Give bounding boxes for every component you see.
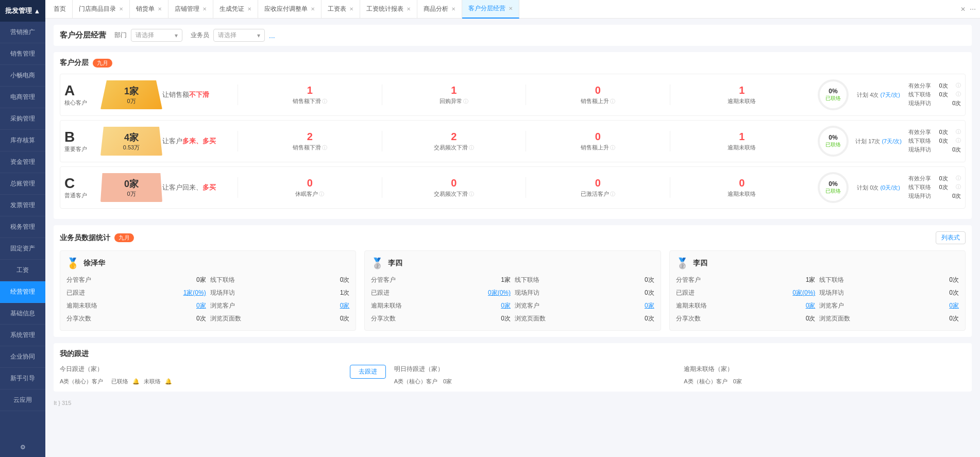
tier-plan-cycle-link-b[interactable]: (7天/次) xyxy=(882,138,902,144)
staff-stat-left-1-2: 逾期未联络 0家 xyxy=(371,300,511,311)
customer-section-header: 客户分层 九月 xyxy=(60,58,966,67)
staff-card-0: 🥇 徐泽华 分管客户 0家 线下联络 0次 已跟进 1家(0%) xyxy=(60,250,356,331)
tab-payroll[interactable]: 工资表✕ xyxy=(322,0,360,19)
tab-bar: 首页门店商品目录✕销货单✕店铺管理✕生成凭证✕应收应付调整单✕工资表✕工资统计报… xyxy=(45,0,980,19)
tier-plan-cycle-link-a[interactable]: (7天/次) xyxy=(880,92,900,98)
sidebar-item-xsyd[interactable]: 新手引导 xyxy=(0,368,45,390)
tab-label-goods-analysis: 商品分析 xyxy=(424,5,448,13)
sidebar-item-xtgl[interactable]: 系统管理 xyxy=(0,325,45,346)
sidebar-settings[interactable]: ⚙ xyxy=(0,437,45,457)
staff-stats-grid-1: 分管客户 1家 线下联络 0次 已跟进 0家(0%) 现场拜访 0次 xyxy=(371,275,654,324)
tier-slogan-c: 让客户回来、多买 xyxy=(162,183,229,192)
staff-medal-2: 🥈 xyxy=(676,257,689,269)
tab-store-mgmt[interactable]: 店铺管理✕ xyxy=(168,0,213,19)
tier-action-row-a-0: 有效分享 0次 ⓘ xyxy=(908,82,961,90)
action-info-icon[interactable]: ⓘ xyxy=(956,175,961,182)
info-icon[interactable]: ⓘ xyxy=(610,191,615,198)
tab-ar[interactable]: 应收应付调整单✕ xyxy=(258,0,322,19)
tier-grade-b: B xyxy=(64,130,100,144)
sidebar-item-gdzc[interactable]: 固定资产 xyxy=(0,238,45,260)
sidebar-item-dsgl[interactable]: 电商管理 xyxy=(0,87,45,108)
tier-plan-cycle-link-c[interactable]: (0天/次) xyxy=(880,184,900,191)
tab-customer-mgmt[interactable]: 客户分层经营✕ xyxy=(462,0,519,19)
tab-close-goods-analysis[interactable]: ✕ xyxy=(451,6,455,12)
sidebar-item-zhgl[interactable]: 总账管理 xyxy=(0,173,45,195)
tier-stat-label-b-3: 逾期未联络 xyxy=(674,144,810,151)
tab-close-payroll[interactable]: ✕ xyxy=(349,6,353,12)
tab-close-customer-mgmt[interactable]: ✕ xyxy=(509,6,513,11)
sidebar-item-swgl[interactable]: 税务管理 xyxy=(0,216,45,238)
tab-voucher[interactable]: 生成凭证✕ xyxy=(213,0,258,19)
info-icon[interactable]: ⓘ xyxy=(469,144,474,151)
tab-close-store-products[interactable]: ✕ xyxy=(119,6,123,12)
sidebar-collapse-icon[interactable]: ▲ xyxy=(34,7,41,15)
info-icon[interactable]: ⓘ xyxy=(319,191,324,198)
info-icon[interactable]: ⓘ xyxy=(610,98,615,105)
sidebar-item-gz[interactable]: 工资 xyxy=(0,260,45,281)
tier-gauge-pct-a: 0% xyxy=(829,88,837,95)
action-info-icon[interactable]: ⓘ xyxy=(956,91,961,98)
staff-select[interactable]: 请选择 ▾ xyxy=(213,29,265,42)
chevron-down-icon: ▾ xyxy=(175,32,178,39)
tomorrow-sub-label: A类（核心）客户 xyxy=(394,378,437,384)
sidebar-item-yxts[interactable]: 营销推广 xyxy=(0,22,45,43)
tab-goods-analysis[interactable]: 商品分析✕ xyxy=(417,0,462,19)
info-icon[interactable]: ⓘ xyxy=(322,98,327,105)
tier-plan-b: 计划 17次 (7天/次) xyxy=(853,138,904,145)
tab-label-home: 首页 xyxy=(54,5,66,13)
tab-payroll-report[interactable]: 工资统计报表✕ xyxy=(360,0,417,19)
staff-stat-left-0-0: 分管客户 0家 xyxy=(66,275,206,285)
tier-stat-label-a-3: 逾期未联络 xyxy=(674,97,810,105)
go-followup-button[interactable]: 去跟进 xyxy=(350,365,386,379)
tier-slogan-a: 让销售额不下滑 xyxy=(162,90,229,99)
sidebar-item-xbdc[interactable]: 小畅电商 xyxy=(0,65,45,87)
sidebar-item-jcxx[interactable]: 基础信息 xyxy=(0,303,45,325)
tab-more-icon[interactable]: ⋯ xyxy=(970,6,976,13)
sidebar-item-fpgl[interactable]: 发票管理 xyxy=(0,195,45,216)
tier-plan-c: 计划 0次 (0天/次) xyxy=(853,184,904,192)
action-info-icon[interactable]: ⓘ xyxy=(956,82,961,90)
sidebar-item-yyyx[interactable]: 云应用 xyxy=(0,390,45,411)
tier-action-row-c-0: 有效分享 0次 ⓘ xyxy=(908,175,961,182)
page-title: 客户分层经营 xyxy=(60,30,106,40)
tab-home[interactable]: 首页 xyxy=(47,0,73,19)
staff-stat-right-1-2: 浏览客户 0家 xyxy=(515,300,654,311)
tier-stat-label-c-3: 逾期未联络 xyxy=(674,190,810,198)
tab-close-sales-order[interactable]: ✕ xyxy=(158,6,162,12)
list-view-button[interactable]: 列表式 xyxy=(936,231,966,244)
tier-action-row-b-2: 现场拜访 0次 xyxy=(908,146,961,154)
action-info-icon[interactable]: ⓘ xyxy=(956,128,961,136)
sidebar-item-zjgl[interactable]: 资金管理 xyxy=(0,151,45,173)
followup-section: 我的跟进 今日跟进（家） A类（核心）客户 已联络 🔔 未联络 🔔 去跟进 xyxy=(54,343,972,392)
staff-name-2: 李四 xyxy=(693,259,707,268)
tab-close-all-icon[interactable]: ✕ xyxy=(960,6,966,13)
tab-sales-order[interactable]: 销货单✕ xyxy=(130,0,168,19)
tier-plan-count-a: 4次 xyxy=(870,92,878,98)
tab-close-payroll-report[interactable]: ✕ xyxy=(407,6,411,12)
tier-gauge-pct-b: 0% xyxy=(829,134,837,141)
customer-section: 客户分层 九月 A 核心客户 1家 0万 让销售额不下滑 1 xyxy=(54,52,972,219)
sidebar-header[interactable]: 批发管理 ▲ xyxy=(0,0,45,22)
tab-store-products[interactable]: 门店商品目录✕ xyxy=(73,0,130,19)
sidebar-item-qyxt[interactable]: 企业协同 xyxy=(0,346,45,368)
tab-close-ar[interactable]: ✕ xyxy=(311,6,315,12)
info-icon[interactable]: ⓘ xyxy=(463,98,468,105)
sidebar-item-xsgl[interactable]: 销售管理 xyxy=(0,43,45,65)
action-info-icon[interactable]: ⓘ xyxy=(956,183,961,191)
info-icon[interactable]: ⓘ xyxy=(469,191,474,198)
tier-row-c: C 普通客户 0家 0万 让客户回来、多买 0 休眠客户 ⓘ xyxy=(60,166,966,209)
tier-actions-a: 有效分享 0次 ⓘ 线下联络 0次 ⓘ 现场拜访 0次 xyxy=(904,82,961,108)
staff-stat-right-1-1: 现场拜访 0次 xyxy=(515,287,654,298)
tab-close-voucher[interactable]: ✕ xyxy=(247,6,251,12)
sidebar-item-cggl[interactable]: 采购管理 xyxy=(0,108,45,130)
more-filters-icon[interactable]: ... xyxy=(269,31,275,40)
info-icon[interactable]: ⓘ xyxy=(322,144,327,151)
sidebar-item-kchz[interactable]: 库存核算 xyxy=(0,130,45,151)
dept-select[interactable]: 请选择 ▾ xyxy=(131,29,182,42)
sidebar-item-jygl[interactable]: 经营管理 xyxy=(0,281,45,303)
content-area: 客户分层经营 部门 请选择 ▾ 业务员 请选择 ▾ ... 客户分层 xyxy=(45,19,980,457)
tab-close-store-mgmt[interactable]: ✕ xyxy=(202,6,207,12)
tier-stat-num-c-3: 0 xyxy=(674,177,810,189)
info-icon[interactable]: ⓘ xyxy=(610,144,615,151)
action-info-icon[interactable]: ⓘ xyxy=(956,137,961,145)
